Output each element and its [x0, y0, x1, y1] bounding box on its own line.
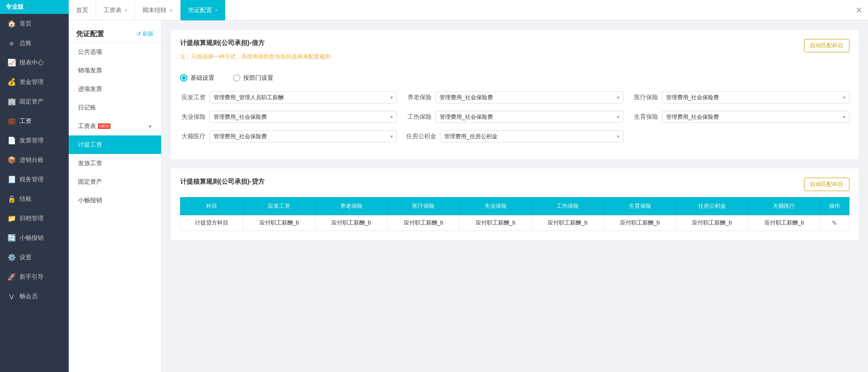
sidebar-item-ledger[interactable]: ≡ 总账: [0, 33, 69, 53]
left-nav-sales-invoice[interactable]: 销项发票: [69, 61, 161, 80]
pension-select-wrapper: 管理费用_社会保险费: [435, 91, 623, 103]
sidebar-item-stock[interactable]: 📦 进销台账: [0, 150, 69, 170]
left-nav-calc-salary[interactable]: 计提工资: [69, 135, 161, 154]
tab-salary-table[interactable]: 工资表 ×: [96, 0, 135, 20]
settings-icon: ⚙️: [7, 253, 16, 262]
section-credit: 计提核算规则(公司承担)-贷方 自动匹配科目 科目 应发工资 养老保险 医疗保险…: [171, 168, 859, 240]
sidebar-item-invoice[interactable]: 📄 发票管理: [0, 131, 69, 150]
sidebar-item-tax[interactable]: 🧾 税务管理: [0, 170, 69, 189]
field-pension: 养老保险 管理费用_社会保险费: [406, 91, 623, 103]
col-action: 操作: [820, 198, 849, 215]
left-nav-purchase-invoice[interactable]: 进项发票: [69, 80, 161, 98]
edit-icon[interactable]: ✎: [832, 219, 837, 227]
sidebar-item-settings[interactable]: ⚙️ 设置: [0, 248, 69, 267]
left-nav-issue-salary[interactable]: 发放工资: [69, 154, 161, 173]
major-medical-select[interactable]: 管理费用_社会保险费: [209, 130, 397, 142]
unemployment-select[interactable]: 管理费用_社会保险费: [209, 111, 397, 123]
wages-select[interactable]: 管理费用_管理人员职工薪酬: [209, 91, 397, 103]
auto-match-credit-button[interactable]: 自动匹配科目: [804, 178, 849, 191]
section-credit-header: 计提核算规则(公司承担)-贷方 自动匹配科目: [180, 178, 849, 192]
sidebar-item-close[interactable]: 🔒 结账: [0, 189, 69, 209]
medical-select[interactable]: 管理费用_社会保险费: [662, 91, 849, 103]
left-nav-public[interactable]: 公共选项: [69, 43, 161, 61]
maternity-select[interactable]: 管理费用_社会保险费: [662, 111, 849, 123]
new-badge: NEW: [98, 123, 110, 129]
section-debit-title: 计提核算规则(公司承担)-借方: [180, 39, 330, 47]
col-major-medical: 大额医疗: [748, 198, 820, 215]
tab-period-end[interactable]: 期末结转 ×: [135, 0, 180, 20]
tab-voucher-close-icon[interactable]: ×: [215, 7, 218, 13]
table-header-row: 科目 应发工资 养老保险 医疗保险 失业保险 工伤保险 生育保险 住房公积金 大…: [181, 198, 849, 215]
sidebar-item-vip[interactable]: V 畅会员: [0, 287, 69, 306]
radio-dept[interactable]: 按部门设置: [233, 74, 273, 82]
close-accounts-icon: 🔒: [7, 195, 16, 203]
left-nav-salary-table[interactable]: 工资表 NEW ▾: [69, 117, 161, 135]
field-medical: 医疗保险 管理费用_社会保险费: [633, 91, 849, 103]
sidebar-item-reports[interactable]: 📈 报表中心: [0, 53, 69, 72]
cell-injury: 应付职工薪酬_b: [531, 215, 603, 231]
cell-edit[interactable]: ✎: [820, 215, 849, 231]
cell-medical: 应付职工薪酬_b: [388, 215, 460, 231]
housing-fund-select[interactable]: 管理费用_住房公积金: [440, 130, 623, 142]
sidebar-item-home[interactable]: 🏠 首页: [0, 14, 69, 33]
form-row-2: 失业保险 管理费用_社会保险费 工伤保险 管理费用_社会保险费: [180, 111, 849, 123]
reports-icon: 📈: [7, 58, 16, 67]
col-maternity: 生育保险: [604, 198, 676, 215]
sidebar-item-funds[interactable]: 💰 资金管理: [0, 72, 69, 92]
tab-period-close-icon[interactable]: ×: [169, 7, 172, 13]
col-pension: 养老保险: [315, 198, 387, 215]
vip-icon: V: [7, 293, 16, 301]
refresh-button[interactable]: ↺ 刷新: [136, 30, 154, 38]
page-title: 凭证配置: [76, 30, 104, 38]
xiaochang-icon: 🔄: [7, 234, 16, 242]
section-debit-header: 计提核算规则(公司承担)-借方 注：只能选择一种方式，系统将按照您当前的选择来配…: [180, 39, 849, 68]
field-injury: 工伤保险 管理费用_社会保险费: [406, 111, 623, 123]
major-medical-select-wrapper: 管理费用_社会保险费: [209, 130, 397, 142]
tab-voucher-config[interactable]: 凭证配置 ×: [181, 0, 226, 20]
field-unemployment: 失业保险 管理费用_社会保险费: [180, 111, 397, 123]
maternity-select-wrapper: 管理费用_社会保险费: [662, 111, 849, 123]
col-subject: 科目: [181, 198, 243, 215]
field-housing-fund: 住房公积金 管理费用_住房公积金: [406, 130, 623, 142]
left-nav-journal[interactable]: 日记账: [69, 98, 161, 117]
form-row-1: 应发工资 管理费用_管理人员职工薪酬 养老保险 管理费用_社会保险费: [180, 91, 849, 103]
sidebar-item-salary[interactable]: 💼 工资: [0, 111, 69, 131]
col-unemployment: 失业保险: [460, 198, 531, 215]
app-title: 专业版: [0, 0, 69, 14]
tax-icon: 🧾: [7, 175, 16, 184]
ledger-icon: ≡: [7, 39, 16, 47]
form-row-3: 大额医疗 管理费用_社会保险费 住房公积金 管理费用_住房公积金: [180, 130, 849, 142]
section-debit: 计提核算规则(公司承担)-借方 注：只能选择一种方式，系统将按照您当前的选择来配…: [171, 30, 859, 159]
radio-basic[interactable]: 基础设置: [180, 74, 214, 82]
radio-dept-circle: [233, 74, 240, 82]
pension-select[interactable]: 管理费用_社会保险费: [435, 91, 623, 103]
note-text: 注：只能选择一种方式，系统将按照您当前的选择来配置规则: [180, 53, 330, 61]
field-maternity: 生育保险 管理费用_社会保险费: [633, 111, 849, 123]
close-window-icon[interactable]: ✕: [850, 5, 868, 15]
left-nav-xiaochang-expense[interactable]: 小畅报销: [69, 191, 161, 210]
cell-housing: 应付职工薪酬_b: [676, 215, 748, 231]
right-content: 计提核算规则(公司承担)-借方 注：只能选择一种方式，系统将按照您当前的选择来配…: [162, 20, 868, 372]
wages-select-wrapper: 管理费用_管理人员职工薪酬: [209, 91, 397, 103]
unemployment-select-wrapper: 管理费用_社会保险费: [209, 111, 397, 123]
tab-salary-close-icon[interactable]: ×: [124, 7, 127, 13]
medical-select-wrapper: 管理费用_社会保险费: [662, 91, 849, 103]
left-nav-fixed-assets[interactable]: 固定资产: [69, 173, 161, 191]
tab-bar: 首页 工资表 × 期末结转 × 凭证配置 × ✕: [69, 0, 868, 20]
cell-subject: 计提贷方科目: [181, 215, 243, 231]
radio-group: 基础设置 按部门设置: [180, 74, 849, 82]
main-container: 首页 工资表 × 期末结转 × 凭证配置 × ✕ 凭证配置 ↺ 刷新 公共选项: [69, 0, 868, 372]
col-wages: 应发工资: [243, 198, 315, 215]
sidebar-item-archive[interactable]: 📁 归档管理: [0, 209, 69, 228]
sidebar-item-assets[interactable]: 🏢 固定资产: [0, 92, 69, 111]
tab-home[interactable]: 首页: [69, 0, 96, 20]
credit-table: 科目 应发工资 养老保险 医疗保险 失业保险 工伤保险 生育保险 住房公积金 大…: [180, 197, 849, 231]
sidebar-item-guide[interactable]: 🚀 新手引导: [0, 267, 69, 287]
sidebar: 专业版 🏠 首页 ≡ 总账 📈 报表中心 💰 资金管理 🏢 固定资产 💼 工资 …: [0, 0, 69, 372]
sidebar-item-xiaochang[interactable]: 🔄 小畅报销: [0, 228, 69, 248]
housing-fund-select-wrapper: 管理费用_住房公积金: [440, 130, 623, 142]
archive-icon: 📁: [7, 214, 16, 223]
funds-icon: 💰: [7, 78, 16, 86]
auto-match-debit-button[interactable]: 自动匹配科目: [804, 39, 849, 52]
injury-select[interactable]: 管理费用_社会保险费: [435, 111, 623, 123]
